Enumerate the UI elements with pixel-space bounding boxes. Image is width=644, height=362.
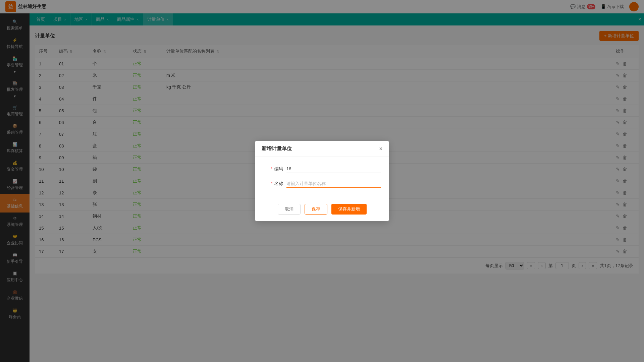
name-required-mark: * bbox=[271, 181, 272, 186]
code-required-mark: * bbox=[271, 166, 272, 171]
form-item-code: * 编码 bbox=[263, 165, 381, 173]
modal-body: * 编码 * 名称 bbox=[255, 157, 389, 200]
modal-overlay: 新增计量单位 × * 编码 * 名称 取消 保存 保存并新增 bbox=[0, 0, 644, 362]
modal-title: 新增计量单位 bbox=[262, 145, 292, 152]
code-label: * 编码 bbox=[263, 166, 283, 172]
cancel-button[interactable]: 取消 bbox=[278, 204, 301, 215]
name-label: * 名称 bbox=[263, 181, 283, 187]
save-and-add-button[interactable]: 保存并新增 bbox=[331, 204, 367, 215]
form-item-name: * 名称 bbox=[263, 180, 381, 188]
code-input[interactable] bbox=[286, 165, 381, 173]
name-input[interactable] bbox=[286, 180, 381, 188]
modal-close-button[interactable]: × bbox=[379, 146, 382, 152]
modal-header: 新增计量单位 × bbox=[255, 141, 389, 157]
add-unit-modal: 新增计量单位 × * 编码 * 名称 取消 保存 保存并新增 bbox=[255, 141, 389, 221]
save-button[interactable]: 保存 bbox=[305, 204, 327, 215]
modal-footer: 取消 保存 保存并新增 bbox=[255, 200, 389, 221]
